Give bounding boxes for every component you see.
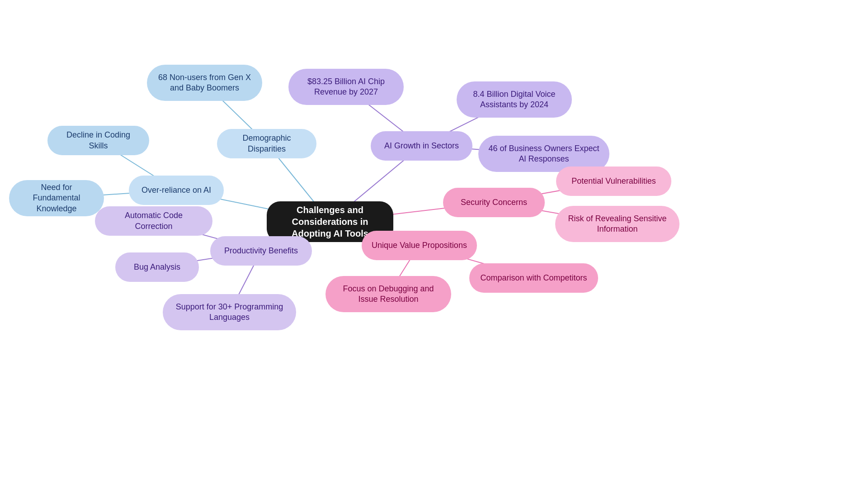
focus-debug-node[interactable]: Focus on Debugging and Issue Resolution — [326, 276, 451, 312]
unique-value-node[interactable]: Unique Value Propositions — [362, 231, 477, 260]
decline-coding-node[interactable]: Decline in Coding Skills — [47, 126, 149, 155]
auto-code-node[interactable]: Automatic Code Correction — [95, 206, 212, 236]
gen-x-node[interactable]: 68 Non-users from Gen X and Baby Boomers — [147, 65, 262, 101]
productivity-node[interactable]: Productivity Benefits — [210, 236, 312, 266]
voice-assistants-node[interactable]: 8.4 Billion Digital Voice Assistants by … — [457, 81, 572, 118]
chip-revenue-node[interactable]: $83.25 Billion AI Chip Revenue by 2027 — [288, 69, 404, 105]
need-fundamental-node[interactable]: Need for Fundamental Knowledge — [9, 180, 104, 216]
over-reliance-node[interactable]: Over-reliance on AI — [129, 176, 224, 205]
comparison-node[interactable]: Comparison with Competitors — [469, 263, 598, 293]
support-30-node[interactable]: Support for 30+ Programming Languages — [163, 294, 296, 330]
potential-vulnerabilities-node[interactable]: Potential Vulnerabilities — [556, 167, 671, 196]
bug-analysis-node[interactable]: Bug Analysis — [115, 252, 199, 282]
risk-sensitive-node[interactable]: Risk of Revealing Sensitive Information — [555, 206, 679, 242]
ai-growth-node[interactable]: AI Growth in Sectors — [371, 131, 472, 161]
security-node[interactable]: Security Concerns — [443, 188, 545, 217]
demographic-node[interactable]: Demographic Disparities — [217, 129, 316, 158]
